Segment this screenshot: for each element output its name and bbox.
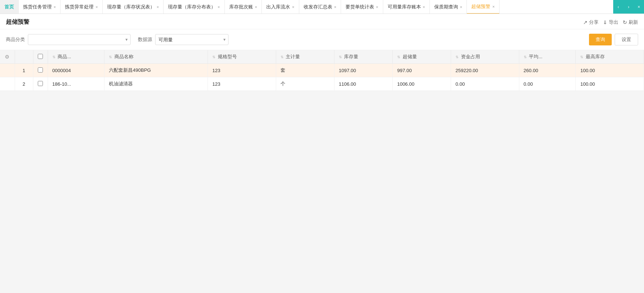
nav-close-all-button[interactable]: × (634, 0, 644, 14)
nav-item-label: 库存批次账 (229, 4, 253, 10)
nav-close-abnormal[interactable]: × (95, 5, 98, 9)
sort-icon-max-stock: ⇅ (580, 55, 583, 59)
col-header-capital[interactable]: ⇅ 资金占用 (451, 50, 519, 64)
nav-item-available-account[interactable]: 可用量库存账本× (383, 0, 430, 14)
sort-icon-overstock: ⇅ (397, 55, 400, 59)
nav-item-abnormal[interactable]: 拣货异常处理× (61, 0, 102, 14)
col-header-overstock[interactable]: ⇅ 超储量 (392, 50, 451, 64)
nav-close-inventory-dist[interactable]: × (217, 5, 220, 9)
refresh-icon: ↻ (623, 19, 627, 25)
row-product-name-1: 机油滤清器 (105, 77, 208, 91)
col-header-index (15, 50, 33, 64)
row-spec-1: 123 (208, 77, 276, 91)
datasource-label: 数据源 (138, 36, 152, 43)
share-button[interactable]: ↗ 分享 (583, 19, 599, 26)
nav-close-available-account[interactable]: × (423, 5, 425, 9)
select-all-checkbox[interactable] (38, 54, 43, 59)
sort-icon-product-code: ⇅ (52, 55, 55, 59)
col-header-avg[interactable]: ⇅ 平均... (519, 50, 576, 64)
refresh-button[interactable]: ↻ 刷新 (623, 19, 638, 26)
nav-next-button[interactable]: › (623, 0, 634, 14)
nav-item-label: 可用量库存账本 (388, 4, 421, 10)
col-header-max-stock[interactable]: ⇅ 最高库存 (576, 50, 644, 64)
nav-item-label: 超储预警 (471, 3, 490, 10)
row-unit-0: 套 (276, 64, 334, 77)
nav-item-label: 要货单统计表 (345, 4, 374, 10)
sort-icon-capital: ⇅ (455, 55, 458, 59)
filter-bar: 商品分类 数据源 可用量 库存量 查询 设置 (0, 29, 644, 50)
page-title: 超储预警 (6, 18, 29, 26)
settings-gear-icon[interactable]: ⚙ (5, 54, 10, 60)
nav-arrows: ‹ › × (613, 0, 644, 14)
nav-item-label: 现存量（库存状况表） (107, 4, 155, 10)
nav-item-label: 收发存汇总表 (304, 4, 332, 10)
table-header-row: ⚙ ⇅ 商品... ⇅ 商品名称 ⇅ (0, 50, 644, 64)
settings-button[interactable]: 设置 (615, 34, 638, 45)
col-header-unit[interactable]: ⇅ 主计量 (276, 50, 334, 64)
nav-close-receive-summary[interactable]: × (334, 5, 336, 9)
nav-item-overstock-alert[interactable]: 超储预警× (467, 0, 499, 14)
datasource-select[interactable]: 可用量 库存量 (155, 34, 228, 45)
col-header-spec[interactable]: ⇅ 规格型号 (208, 50, 276, 64)
nav-item-receive-summary[interactable]: 收发存汇总表× (299, 0, 341, 14)
page-content: 超储预警 ↗ 分享 ⇓ 导出 ↻ 刷新 商品分类 (0, 14, 644, 91)
col-header-checkbox (33, 50, 48, 64)
category-select-wrapper (28, 34, 131, 45)
nav-close-inventory-status[interactable]: × (157, 5, 159, 9)
row-checkbox-cell-0 (33, 64, 48, 77)
top-nav: 首页 拣货任务管理×拣货异常处理×现存量（库存状况表）×现存量（库存分布表）×库… (0, 0, 644, 14)
row-index-0: 1 (15, 64, 33, 77)
page-header: 超储预警 ↗ 分享 ⇓ 导出 ↻ 刷新 (0, 14, 644, 29)
query-button[interactable]: 查询 (589, 34, 612, 45)
nav-item-batch-account[interactable]: 库存批次账× (225, 0, 262, 14)
row-product-name-0: 六配套新昌490BPG (105, 64, 208, 77)
col-header-inventory[interactable]: ⇅ 库存量 (334, 50, 392, 64)
table-container: ⚙ ⇅ 商品... ⇅ 商品名称 ⇅ (0, 50, 644, 91)
row-inventory-1: 1106.00 (334, 77, 392, 91)
col-header-product-code[interactable]: ⇅ 商品... (48, 50, 105, 64)
category-select[interactable] (28, 34, 131, 45)
row-checkbox-0[interactable] (38, 67, 43, 73)
nav-item-label: 拣货任务管理 (23, 4, 52, 10)
row-checkbox-1[interactable] (38, 81, 43, 86)
nav-item-order-stats[interactable]: 要货单统计表× (341, 0, 383, 14)
row-spec-0: 123 (208, 64, 276, 77)
row-capital-0: 259220.00 (451, 64, 519, 77)
nav-close-overstock-alert[interactable]: × (492, 4, 494, 9)
nav-item-inventory-status[interactable]: 现存量（库存状况表）× (103, 0, 164, 14)
row-max-stock-1: 100.00 (576, 77, 644, 91)
export-button[interactable]: ⇓ 导出 (603, 19, 618, 26)
nav-close-batch-account[interactable]: × (255, 5, 257, 9)
nav-item-quality-period[interactable]: 保质期查询× (430, 0, 467, 14)
nav-close-task-mgmt[interactable]: × (54, 5, 56, 9)
row-inventory-0: 1097.00 (334, 64, 392, 77)
category-filter-group: 商品分类 (6, 34, 131, 45)
row-max-stock-0: 100.00 (576, 64, 644, 77)
row-product-code-0: 0000004 (48, 64, 105, 77)
nav-item-label: 拣货异常处理 (65, 4, 94, 10)
row-settings-0 (0, 64, 15, 77)
row-unit-1: 个 (276, 77, 334, 91)
nav-item-label: 出入库流水 (266, 4, 290, 10)
col-header-product-name[interactable]: ⇅ 商品名称 (105, 50, 208, 64)
row-overstock-1: 1006.00 (392, 77, 451, 91)
header-actions: ↗ 分享 ⇓ 导出 ↻ 刷新 (583, 19, 638, 26)
nav-item-inventory-dist[interactable]: 现存量（库存分布表）× (164, 0, 224, 14)
row-capital-1: 0.00 (451, 77, 519, 91)
share-icon: ↗ (583, 19, 588, 25)
nav-close-inout-flow[interactable]: × (292, 5, 294, 9)
nav-home[interactable]: 首页 (0, 0, 19, 14)
filter-actions: 查询 设置 (589, 34, 638, 45)
nav-item-task-mgmt[interactable]: 拣货任务管理× (19, 0, 61, 14)
nav-item-inout-flow[interactable]: 出入库流水× (262, 0, 299, 14)
nav-close-quality-period[interactable]: × (460, 5, 462, 9)
sort-icon-avg: ⇅ (524, 55, 527, 59)
row-index-1: 2 (15, 77, 33, 91)
nav-item-label: 现存量（库存分布表） (168, 4, 216, 10)
datasource-select-wrapper: 可用量 库存量 (155, 34, 228, 45)
data-table: ⚙ ⇅ 商品... ⇅ 商品名称 ⇅ (0, 50, 644, 91)
nav-prev-button[interactable]: ‹ (613, 0, 623, 14)
nav-close-order-stats[interactable]: × (376, 5, 378, 9)
nav-item-label: 保质期查询 (434, 4, 458, 10)
category-label: 商品分类 (6, 36, 25, 43)
